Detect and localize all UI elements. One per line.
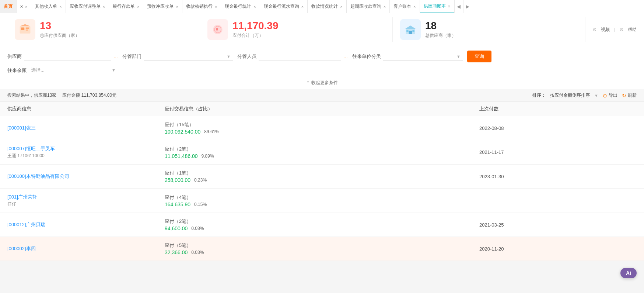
transaction-info-cell: 应付（2笔） 94,600.00 0.08% bbox=[165, 218, 479, 231]
nav-tab-other-income[interactable]: 其他收入单 × bbox=[31, 0, 66, 13]
last-pay-cell: 2023-01-30 bbox=[479, 174, 637, 179]
ap-amount-label: 应付合计（万） bbox=[232, 32, 279, 39]
tx-label: 应付（1笔） bbox=[165, 170, 479, 176]
close-icon[interactable]: × bbox=[176, 4, 178, 9]
supplier-dots-button[interactable]: ... bbox=[113, 54, 118, 59]
unit-filter-select[interactable]: ▼ bbox=[383, 53, 463, 61]
nav-tab-supplier-account[interactable]: 供应商账本 × bbox=[420, 0, 454, 13]
help-link[interactable]: 帮助 bbox=[628, 27, 637, 33]
unit-chevron-down-icon: ▼ bbox=[456, 54, 461, 59]
nav-tab-collection-verify-label: 收款核销执行 bbox=[186, 3, 213, 10]
dept-filter-label: 分管部门 bbox=[122, 53, 141, 60]
supplier-name-link[interactable]: [000002]李四 bbox=[7, 245, 165, 252]
nav-tab-3-label: 3 bbox=[20, 4, 23, 9]
filter-collapse-toggle[interactable]: ⌃ 收起更多条件 bbox=[7, 78, 637, 86]
tx-amount-link[interactable]: 11,051,486.00 bbox=[165, 153, 198, 159]
table-row: [000002]李四 应付（5笔） 32,366.00 0.03% 2020-1… bbox=[0, 237, 644, 261]
supplier-info-cell: [000001]张三 bbox=[7, 125, 165, 131]
collapse-label: 收起更多条件 bbox=[311, 80, 338, 86]
close-icon[interactable]: × bbox=[137, 4, 139, 9]
table-header: 供应商信息 应付交易信息（占比） 上次付数 bbox=[0, 102, 644, 116]
supplier-filter-label: 供应商 bbox=[7, 53, 22, 60]
close-icon[interactable]: × bbox=[340, 4, 342, 9]
svg-rect-11 bbox=[406, 30, 408, 32]
table-row: [000001]张三 应付（15笔） 100,092,540.00 89.61%… bbox=[0, 116, 644, 140]
table-row: [000007]恒旺二手叉车 王通 17106110000 应付（2笔） 11,… bbox=[0, 140, 644, 165]
export-label: 导出 bbox=[609, 92, 617, 99]
supplier-info-cell: [000007]恒旺二手叉车 王通 17106110000 bbox=[7, 145, 165, 159]
supplier-name-link[interactable]: [000007]恒旺二手叉车 bbox=[7, 145, 165, 152]
nav-tab-overdue-label: 超期应收款查询 bbox=[350, 3, 381, 10]
nav-tab-collection-stat[interactable]: 收款情况统计 × bbox=[308, 0, 346, 13]
person-filter-input[interactable] bbox=[259, 52, 341, 61]
export-icon: ⊙ bbox=[603, 93, 607, 99]
dept-filter-select[interactable]: ▼ bbox=[144, 53, 233, 61]
close-icon[interactable]: × bbox=[59, 4, 62, 9]
close-icon[interactable]: × bbox=[301, 4, 304, 9]
nav-tab-3[interactable]: 3 × bbox=[17, 0, 31, 13]
query-button[interactable]: 查询 bbox=[467, 51, 491, 62]
refresh-icon: ↻ bbox=[622, 93, 626, 99]
nav-tab-overdue[interactable]: 超期应收款查询 × bbox=[347, 0, 390, 13]
results-summary: 搜索结果中，供应商13家 应付金额 111,703,854.00元 bbox=[7, 92, 116, 99]
tx-amount-link[interactable]: 94,600.00 bbox=[165, 225, 188, 231]
close-icon[interactable]: × bbox=[384, 4, 386, 9]
balance-filter-select[interactable]: 选择... ▼ bbox=[29, 65, 118, 75]
person-dots-button[interactable]: ... bbox=[343, 54, 348, 59]
nav-tab-ap-adjust[interactable]: 应收应付调整单 × bbox=[66, 0, 109, 13]
balance-chevron-down-icon: ▼ bbox=[112, 68, 116, 72]
nav-tab-cash-bank-flow[interactable]: 现金银行流水查询 × bbox=[260, 0, 308, 13]
nav-tab-home[interactable]: 首页 bbox=[0, 0, 17, 13]
filter-row-2: 往来余额 选择... ▼ bbox=[7, 65, 637, 75]
supplier-info-cell: [000100]本特勤油品有限公司 bbox=[7, 173, 165, 180]
stat-total-ap-suppliers: 13 总应付供应商（家） bbox=[7, 17, 200, 42]
nav-tab-bank-deposit[interactable]: 银行存款单 × bbox=[109, 0, 143, 13]
transaction-info-cell: 应付（2笔） 11,051,486.00 9.89% bbox=[165, 146, 479, 159]
nav-tab-customer-account[interactable]: 客户账本 × bbox=[390, 0, 420, 13]
nav-next-button[interactable]: ▶ bbox=[463, 0, 472, 13]
sort-value[interactable]: 按应付余额倒序排序 bbox=[550, 92, 590, 99]
supplier-name-link[interactable]: [000100]本特勤油品有限公司 bbox=[7, 173, 165, 180]
nav-tab-advance[interactable]: 预收冲应收单 × bbox=[143, 0, 182, 13]
tx-amount-link[interactable]: 164,635.90 bbox=[165, 201, 190, 207]
tx-label: 应付（2笔） bbox=[165, 218, 479, 225]
tx-label: 应付（4笔） bbox=[165, 194, 479, 201]
close-icon[interactable]: × bbox=[215, 4, 217, 9]
close-icon[interactable]: × bbox=[413, 4, 416, 9]
supplier-name-link[interactable]: [001]广州荣轩 bbox=[7, 194, 165, 200]
supplier-name-link[interactable]: [000012]广州贝瑞 bbox=[7, 221, 165, 228]
filter-row-1: 供应商 ... 分管部门 ▼ 分管人员 ... 往来单位分类 ▼ bbox=[7, 51, 637, 62]
supplier-info-cell: [000002]李四 bbox=[7, 245, 165, 252]
filter-supplier: 供应商 ... bbox=[7, 52, 118, 61]
ap-supplier-label: 总应付供应商（家） bbox=[40, 32, 80, 39]
supplier-name-link[interactable]: [000001]张三 bbox=[7, 125, 165, 131]
supplier-info-cell: [001]广州荣轩 仔仔 bbox=[7, 194, 165, 207]
close-icon[interactable]: × bbox=[253, 4, 256, 9]
nav-tab-cash-bank-stat[interactable]: 现金银行统计 × bbox=[221, 0, 260, 13]
svg-rect-12 bbox=[412, 30, 414, 32]
video-link[interactable]: 视频 bbox=[601, 27, 610, 33]
nav-tab-advance-label: 预收冲应收单 bbox=[147, 3, 174, 10]
tx-amount-link[interactable]: 258,000.00 bbox=[165, 177, 190, 183]
tx-amount-link[interactable]: 32,366.00 bbox=[165, 249, 188, 255]
nav-tab-collection-verify[interactable]: 收款核销执行 × bbox=[182, 0, 221, 13]
col-header-transaction: 应付交易信息（占比） bbox=[165, 106, 479, 112]
stats-bar: 13 总应付供应商（家） ¥ 11,170.39 应付合计（万） bbox=[0, 13, 644, 46]
refresh-label: 刷新 bbox=[628, 92, 637, 99]
nav-tab-supplier-account-label: 供应商账本 bbox=[424, 3, 446, 9]
supplier-filter-input[interactable] bbox=[24, 52, 111, 61]
tx-amount-link[interactable]: 100,092,540.00 bbox=[165, 129, 200, 135]
export-button[interactable]: ⊙ 导出 bbox=[603, 92, 617, 99]
stat-total-ap-amount: ¥ 11,170.39 应付合计（万） bbox=[200, 17, 393, 42]
close-icon[interactable]: × bbox=[25, 4, 27, 9]
unit-filter-label: 往来单位分类 bbox=[352, 53, 381, 60]
tx-label: 应付（2笔） bbox=[165, 146, 479, 152]
stat-total-suppliers: 18 总供应商（家） bbox=[393, 17, 585, 42]
nav-prev-button[interactable]: ◀ bbox=[454, 0, 463, 13]
svg-marker-4 bbox=[20, 24, 31, 26]
svg-rect-1 bbox=[21, 28, 24, 30]
close-icon[interactable]: × bbox=[103, 4, 105, 9]
close-icon[interactable]: × bbox=[448, 4, 450, 8]
data-table: 供应商信息 应付交易信息（占比） 上次付数 [000001]张三 应付（15笔）… bbox=[0, 102, 644, 261]
refresh-button[interactable]: ↻ 刷新 bbox=[622, 92, 637, 99]
